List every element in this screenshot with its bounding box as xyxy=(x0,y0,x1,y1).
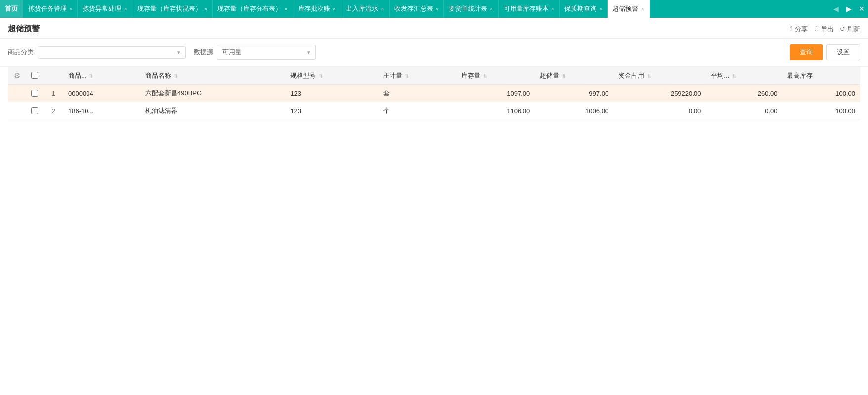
refresh-action[interactable]: ↺ 刷新 xyxy=(840,25,860,34)
filter-actions: 查询 设置 xyxy=(790,44,860,60)
table-row: 1 0000004 六配套新昌490BPG 123 套 1097.00 997.… xyxy=(8,85,860,102)
nav-close-recv-send-summary[interactable]: × xyxy=(435,6,438,12)
nav-close-pick-task[interactable]: × xyxy=(69,6,72,12)
nav-close-inventory-dist[interactable]: × xyxy=(284,6,287,12)
nav-close-pick-exception[interactable]: × xyxy=(124,6,127,12)
nav-close-batch-ledger[interactable]: × xyxy=(333,6,336,12)
nav-arrow-close[interactable]: ✕ xyxy=(855,0,868,18)
sort-icon-capital: ⇅ xyxy=(647,73,651,79)
sort-icon-unit: ⇅ xyxy=(405,73,409,79)
table-header-row: ⚙ 商品... ⇅ 商品名称 ⇅ 规格型号 xyxy=(8,67,860,85)
sort-icon-avg: ⇅ xyxy=(732,73,736,79)
col-header-product-name[interactable]: 商品名称 ⇅ xyxy=(140,67,285,85)
nav-close-overstock-warning[interactable]: × xyxy=(641,6,644,12)
share-action[interactable]: ⤴ 分享 xyxy=(789,25,808,34)
category-select[interactable]: ▾ xyxy=(38,46,186,59)
col-header-unit[interactable]: 主计量 ⇅ xyxy=(378,67,457,85)
col-header-max-stock[interactable]: 最高库存 xyxy=(782,67,860,85)
row-unit-1: 个 xyxy=(378,102,457,119)
nav-item-home[interactable]: 首页 xyxy=(0,0,23,18)
col-header-checkbox xyxy=(26,67,43,85)
nav-item-order-stats[interactable]: 要货单统计表 × xyxy=(444,0,498,18)
nav-label-recv-send-summary: 收发存汇总表 xyxy=(394,4,433,13)
row-capital-0: 259220.00 xyxy=(613,85,706,102)
table-container: ⚙ 商品... ⇅ 商品名称 ⇅ 规格型号 xyxy=(0,67,868,119)
col-label-spec: 规格型号 xyxy=(290,72,316,79)
nav-close-available-ledger[interactable]: × xyxy=(551,6,554,12)
row-product-name-0: 六配套新昌490BPG xyxy=(140,85,285,102)
col-label-capital: 资金占用 xyxy=(618,72,644,79)
col-header-capital[interactable]: 资金占用 ⇅ xyxy=(613,67,706,85)
settings-button[interactable]: 设置 xyxy=(826,44,860,60)
row-checkbox-cell xyxy=(26,102,43,119)
page-header: 超储预警 ⤴ 分享 ⇩ 导出 ↺ 刷新 xyxy=(0,18,868,39)
row-spec-0: 123 xyxy=(285,85,378,102)
row-checkbox-cell xyxy=(26,85,43,102)
datasource-select[interactable]: 可用量 ▾ xyxy=(217,45,316,60)
datasource-label: 数据源 xyxy=(194,48,213,57)
col-label-product-name: 商品名称 xyxy=(145,72,171,79)
col-label-product-code: 商品... xyxy=(68,72,87,79)
nav-close-inventory-status[interactable]: × xyxy=(204,6,207,12)
filter-bar: 商品分类 ▾ 数据源 可用量 ▾ 查询 设置 xyxy=(0,39,868,67)
nav-label-batch-ledger: 库存批次账 xyxy=(298,4,330,13)
col-header-num xyxy=(43,67,63,85)
row-max-stock-1: 100.00 xyxy=(782,102,860,119)
nav-item-shelf-life[interactable]: 保质期查询 × xyxy=(560,0,608,18)
row-unit-0: 套 xyxy=(378,85,457,102)
page-title: 超储预警 xyxy=(8,24,40,34)
sort-icon-product-name: ⇅ xyxy=(174,73,178,79)
nav-close-inout-flow[interactable]: × xyxy=(381,6,384,12)
settings-gear-icon[interactable]: ⚙ xyxy=(14,71,20,79)
nav-arrows: ◀ ▶ ✕ xyxy=(829,0,868,18)
col-header-product-code[interactable]: 商品... ⇅ xyxy=(63,67,140,85)
nav-item-inventory-status[interactable]: 现存量（库存状况表） × xyxy=(132,0,213,18)
datasource-value: 可用量 xyxy=(222,48,242,57)
nav-item-inout-flow[interactable]: 出入库流水 × xyxy=(341,0,389,18)
query-button[interactable]: 查询 xyxy=(790,44,823,60)
col-label-unit: 主计量 xyxy=(383,72,402,79)
nav-item-batch-ledger[interactable]: 库存批次账 × xyxy=(293,0,341,18)
col-label-max-stock: 最高库存 xyxy=(787,72,813,79)
col-label-overstock: 超储量 xyxy=(540,72,559,79)
col-header-stock[interactable]: 库存量 ⇅ xyxy=(456,67,535,85)
select-all-checkbox[interactable] xyxy=(31,72,38,79)
nav-item-pick-exception[interactable]: 拣货异常处理 × xyxy=(78,0,132,18)
row-settings-cell xyxy=(8,102,26,119)
row-checkbox-0[interactable] xyxy=(31,90,38,97)
refresh-icon: ↺ xyxy=(840,25,845,33)
row-spec-1: 123 xyxy=(285,102,378,119)
nav-close-shelf-life[interactable]: × xyxy=(599,6,602,12)
nav-close-order-stats[interactable]: × xyxy=(490,6,493,12)
col-header-spec[interactable]: 规格型号 ⇅ xyxy=(285,67,378,85)
nav-item-inventory-dist[interactable]: 现存量（库存分布表） × xyxy=(213,0,293,18)
nav-item-recv-send-summary[interactable]: 收发存汇总表 × xyxy=(390,0,444,18)
export-icon: ⇩ xyxy=(814,25,819,33)
category-label: 商品分类 xyxy=(8,48,34,57)
sort-icon-product-code: ⇅ xyxy=(89,73,93,79)
filter-group-category: 商品分类 ▾ xyxy=(8,46,186,59)
col-label-avg: 平均... xyxy=(711,72,729,79)
nav-arrow-right[interactable]: ▶ xyxy=(842,0,855,18)
nav-arrow-left[interactable]: ◀ xyxy=(829,0,842,18)
row-stock-1: 1106.00 xyxy=(456,102,535,119)
row-checkbox-1[interactable] xyxy=(31,107,38,114)
row-overstock-1: 1006.00 xyxy=(535,102,613,119)
nav-item-overstock-warning[interactable]: 超储预警 × xyxy=(608,0,649,18)
row-product-name-1: 机油滤清器 xyxy=(140,102,285,119)
export-action[interactable]: ⇩ 导出 xyxy=(814,25,834,34)
nav-item-available-ledger[interactable]: 可用量库存账本 × xyxy=(499,0,560,18)
nav-label-shelf-life: 保质期查询 xyxy=(564,4,597,13)
nav-label-inventory-dist: 现存量（库存分布表） xyxy=(217,4,282,13)
category-chevron-icon: ▾ xyxy=(177,49,180,56)
col-header-settings: ⚙ xyxy=(8,67,26,85)
col-header-overstock[interactable]: 超储量 ⇅ xyxy=(535,67,613,85)
row-stock-0: 1097.00 xyxy=(456,85,535,102)
col-header-avg[interactable]: 平均... ⇅ xyxy=(706,67,782,85)
nav-label-inout-flow: 出入库流水 xyxy=(346,4,378,13)
nav-label-inventory-status: 现存量（库存状况表） xyxy=(137,4,202,13)
row-max-stock-0: 100.00 xyxy=(782,85,860,102)
row-num-1: 2 xyxy=(43,102,63,119)
sort-icon-overstock: ⇅ xyxy=(562,73,566,79)
nav-item-pick-task[interactable]: 拣货任务管理 × xyxy=(23,0,78,18)
